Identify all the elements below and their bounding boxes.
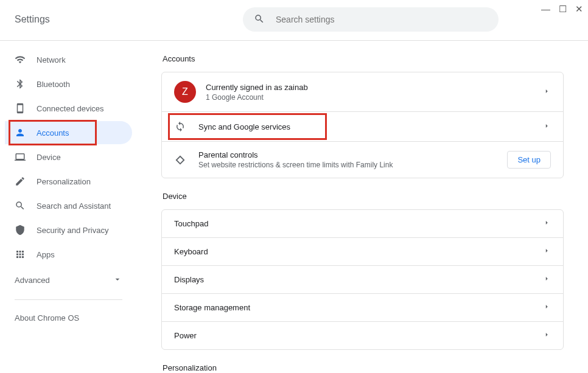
sidebar-item-label: Connected devices: [37, 104, 104, 113]
sidebar-item-accounts[interactable]: Accounts: [5, 121, 132, 144]
signed-in-primary: Currently signed in as zainab: [206, 83, 542, 92]
row-power[interactable]: Power: [162, 321, 563, 349]
search-icon: [254, 13, 265, 26]
sidebar-item-label: Personalization: [37, 177, 91, 186]
chevron-right-icon: [542, 330, 551, 341]
sidebar-item-bluetooth[interactable]: Bluetooth: [5, 72, 132, 96]
sidebar-item-search-assistant[interactable]: Search and Assistant: [5, 194, 132, 217]
close-button[interactable]: ✕: [575, 4, 583, 15]
row-displays[interactable]: Displays: [162, 265, 563, 293]
row-parental-controls: Parental controls Set website restrictio…: [162, 141, 563, 178]
sync-label: Sync and Google services: [198, 122, 542, 131]
row-storage-management[interactable]: Storage management: [162, 293, 563, 321]
sidebar-item-label: Search and Assistant: [37, 201, 111, 211]
signed-in-secondary: 1 Google Account: [206, 93, 542, 102]
sidebar: Network Bluetooth Connected devices Acco…: [0, 41, 137, 371]
row-signed-in[interactable]: Z Currently signed in as zainab 1 Google…: [162, 72, 563, 111]
advanced-label: Advanced: [15, 276, 50, 285]
topbar: Settings: [0, 0, 588, 41]
sidebar-item-label: Device: [37, 153, 61, 162]
parental-secondary: Set website restrictions & screen time l…: [198, 161, 500, 169]
main-content: Accounts Z Currently signed in as zainab…: [137, 41, 588, 371]
row-sync-google-services[interactable]: Sync and Google services: [162, 111, 563, 141]
section-title-device: Device: [163, 192, 564, 201]
device-card: Touchpad Keyboard Displays Storage manag…: [161, 209, 564, 350]
chevron-right-icon: [542, 87, 551, 97]
window-controls: — ☐ ✕: [541, 4, 583, 15]
accounts-card: Z Currently signed in as zainab 1 Google…: [161, 72, 564, 178]
maximize-button[interactable]: ☐: [559, 4, 567, 15]
chevron-right-icon: [542, 246, 551, 257]
page-title: Settings: [15, 14, 75, 25]
minimize-button[interactable]: —: [541, 4, 550, 15]
chevron-right-icon: [542, 302, 551, 313]
chevron-right-icon: [542, 274, 551, 285]
sidebar-item-label: Security and Privacy: [37, 226, 109, 235]
sync-icon: [174, 120, 186, 133]
sidebar-item-personalization[interactable]: Personalization: [5, 170, 132, 193]
sidebar-item-label: Bluetooth: [37, 80, 70, 89]
sidebar-advanced[interactable]: Advanced: [5, 267, 132, 293]
search-box[interactable]: [243, 7, 499, 32]
diamond-icon: [174, 154, 186, 166]
section-title-accounts: Accounts: [163, 54, 564, 63]
search-input[interactable]: [276, 15, 488, 24]
avatar: Z: [174, 81, 196, 103]
row-keyboard[interactable]: Keyboard: [162, 237, 563, 265]
sidebar-item-device[interactable]: Device: [5, 145, 132, 169]
row-touchpad[interactable]: Touchpad: [162, 210, 563, 237]
parental-primary: Parental controls: [198, 150, 500, 159]
sidebar-item-label: Network: [37, 55, 66, 64]
sidebar-about[interactable]: About Chrome OS: [5, 306, 132, 330]
chevron-right-icon: [542, 218, 551, 229]
chevron-right-icon: [542, 122, 551, 132]
chevron-down-icon: [113, 274, 122, 286]
sidebar-divider: [15, 299, 122, 300]
sidebar-item-network[interactable]: Network: [5, 48, 132, 71]
sidebar-item-label: Apps: [37, 250, 55, 259]
section-title-personalization: Personalization: [163, 363, 564, 371]
sidebar-item-apps[interactable]: Apps: [5, 243, 132, 266]
sidebar-item-label: Accounts: [37, 128, 69, 138]
sidebar-item-security-privacy[interactable]: Security and Privacy: [5, 218, 132, 242]
setup-button[interactable]: Set up: [507, 151, 551, 169]
sidebar-item-connected-devices[interactable]: Connected devices: [5, 97, 132, 120]
